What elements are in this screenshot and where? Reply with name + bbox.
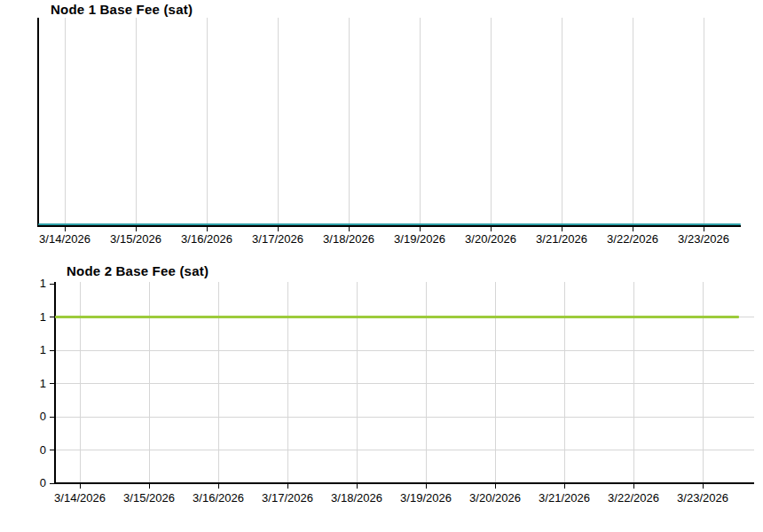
x-tick-mark bbox=[564, 483, 565, 489]
x-tick-mark bbox=[136, 226, 137, 231]
gridline-horizontal bbox=[55, 350, 754, 351]
x-tick-mark bbox=[633, 226, 633, 231]
x-tick-mark bbox=[633, 483, 634, 489]
y-tick-label: 1 bbox=[25, 310, 46, 324]
x-tick-label: 3/17/2026 bbox=[250, 491, 325, 505]
y-axis-line bbox=[54, 282, 56, 484]
chart1-title: Node 1 Base Fee (sat) bbox=[51, 2, 193, 17]
x-tick-label: 3/21/2026 bbox=[527, 491, 602, 505]
y-axis-line bbox=[37, 18, 39, 227]
x-tick-label: 3/15/2026 bbox=[112, 491, 186, 505]
gridline-vertical bbox=[278, 18, 279, 226]
gridline-vertical bbox=[491, 18, 492, 226]
series-line-node1 bbox=[38, 223, 741, 226]
x-tick-mark bbox=[562, 226, 562, 231]
y-tick-label: 1 bbox=[25, 277, 46, 290]
gridline-vertical bbox=[633, 18, 633, 226]
x-tick-label: 3/14/2026 bbox=[43, 491, 117, 505]
gridline-vertical bbox=[704, 18, 704, 226]
y-tick-label: 0 bbox=[25, 410, 46, 423]
x-tick-label: 3/14/2026 bbox=[28, 232, 102, 246]
x-tick-label: 3/20/2026 bbox=[458, 491, 532, 505]
x-tick-mark bbox=[491, 226, 492, 231]
x-tick-label: 3/19/2026 bbox=[382, 232, 457, 246]
gridline-vertical bbox=[562, 18, 562, 226]
y-tick-label: 0 bbox=[25, 443, 46, 457]
x-tick-label: 3/22/2026 bbox=[596, 491, 671, 505]
y-tick-label: 1 bbox=[25, 377, 46, 390]
gridline-vertical bbox=[65, 18, 66, 226]
x-tick-mark bbox=[703, 483, 704, 489]
x-tick-mark bbox=[287, 483, 288, 489]
gridline-horizontal bbox=[55, 450, 754, 450]
gridline-vertical bbox=[420, 18, 421, 226]
x-tick-label: 3/15/2026 bbox=[98, 232, 173, 246]
x-tick-mark bbox=[495, 483, 496, 489]
x-tick-label: 3/23/2026 bbox=[665, 491, 740, 505]
x-tick-label: 3/20/2026 bbox=[453, 232, 528, 246]
y-tick-label: 1 bbox=[25, 343, 46, 356]
x-tick-label: 3/16/2026 bbox=[169, 232, 244, 246]
x-tick-mark bbox=[80, 483, 81, 489]
x-tick-mark bbox=[420, 226, 421, 231]
x-tick-label: 3/17/2026 bbox=[240, 232, 315, 246]
gridline-vertical bbox=[136, 18, 137, 226]
gridline-horizontal bbox=[55, 383, 754, 384]
gridline-vertical bbox=[207, 18, 208, 226]
gridline-vertical bbox=[349, 18, 350, 226]
x-tick-label: 3/18/2026 bbox=[319, 491, 394, 505]
dual-chart-canvas: Node 1 Base Fee (sat) Node 2 Base Fee (s… bbox=[0, 0, 763, 532]
x-tick-mark bbox=[278, 226, 279, 231]
chart2-title: Node 2 Base Fee (sat) bbox=[67, 263, 208, 278]
gridline-horizontal bbox=[55, 417, 754, 418]
y-tick-label: 0 bbox=[25, 476, 46, 489]
x-tick-mark bbox=[218, 483, 219, 489]
x-tick-mark bbox=[65, 226, 66, 231]
x-tick-label: 3/22/2026 bbox=[595, 232, 670, 246]
x-tick-mark bbox=[149, 483, 150, 489]
x-tick-mark bbox=[704, 226, 704, 231]
series-line-node2 bbox=[55, 316, 739, 318]
x-tick-label: 3/19/2026 bbox=[389, 491, 463, 505]
x-tick-label: 3/23/2026 bbox=[666, 232, 741, 246]
x-tick-mark bbox=[349, 226, 350, 231]
x-axis-line bbox=[54, 482, 754, 484]
x-tick-mark bbox=[426, 483, 427, 489]
x-tick-label: 3/21/2026 bbox=[524, 232, 599, 246]
x-axis-line bbox=[37, 225, 741, 227]
x-tick-label: 3/18/2026 bbox=[311, 232, 386, 246]
x-tick-mark bbox=[357, 483, 358, 489]
x-tick-label: 3/16/2026 bbox=[181, 491, 256, 505]
x-tick-mark bbox=[207, 226, 208, 231]
